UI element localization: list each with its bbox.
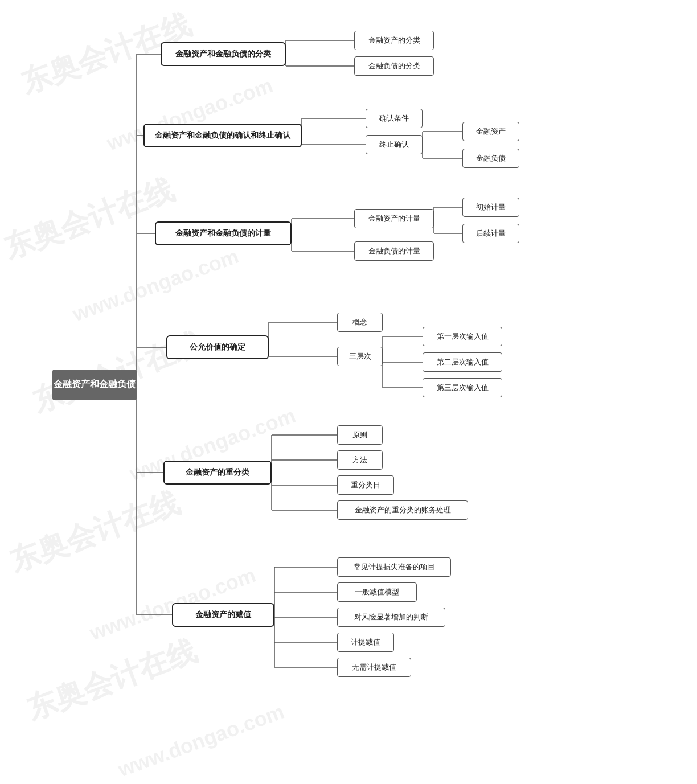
b3c1-label: 金融资产的计量 [368,214,420,224]
b6c1-label: 常见计提损失准备的项目 [354,562,435,572]
branch-6-child-2: 一般减值模型 [337,582,417,602]
root-label: 金融资产和金融负债 [54,379,136,391]
main-container: 东奥会计在线 www.dongao.com 东奥会计在线 www.dongao.… [0,0,697,784]
branch-3-label: 金融资产和金融负债的计量 [175,228,271,239]
branch-4-child-1: 概念 [337,313,383,332]
branch-4-gc-1: 第一层次输入值 [423,327,502,346]
branch-3-child-2: 金融负债的计量 [354,241,434,261]
b6c5-label: 无需计提减值 [352,662,396,672]
branch-2: 金融资产和金融负债的确认和终止确认 [144,124,302,147]
branch-4: 公允价值的确定 [166,335,269,359]
branch-1: 金融资产和金融负债的分类 [161,42,286,66]
mindmap: 金融资产和金融负债 金融资产和金融负债的分类 金融资产的分类 金融负债的分类 金… [35,11,662,774]
root-node: 金融资产和金融负债 [52,370,137,400]
b4gc2-label: 第二层次输入值 [437,357,489,367]
b3gc2-label: 后续计量 [476,228,506,239]
branch-3-child-1: 金融资产的计量 [354,209,434,228]
branch-4-gc-3: 第三层次输入值 [423,378,502,397]
branch-5: 金融资产的重分类 [163,461,272,485]
branch-6-child-5: 无需计提减值 [337,658,411,677]
branch-6-label: 金融资产的减值 [195,610,251,620]
branch-2-child-1: 确认条件 [366,109,423,128]
branch-6: 金融资产的减值 [172,603,274,627]
b2c2-label: 终止确认 [379,139,409,150]
b4gc1-label: 第一层次输入值 [437,331,489,342]
branch-5-child-4: 金融资产的重分类的账务处理 [337,500,468,520]
branch-5-child-1: 原则 [337,425,383,445]
b2gc2-label: 金融负债 [476,153,506,163]
b6c4-label: 计提减值 [351,637,380,647]
b1c1-label: 金融资产的分类 [368,35,420,46]
branch-6-child-4: 计提减值 [337,633,394,652]
branch-4-label: 公允价值的确定 [190,342,245,352]
branch-5-child-3: 重分类日 [337,475,394,495]
b1c2-label: 金融负债的分类 [368,61,420,71]
branch-4-child-2: 三层次 [337,347,383,366]
b3c2-label: 金融负债的计量 [368,246,420,256]
b4gc3-label: 第三层次输入值 [437,383,489,393]
b4c1-label: 概念 [352,317,367,327]
b5c1-label: 原则 [352,430,367,440]
branch-3-gc-2: 后续计量 [462,224,519,243]
branch-4-gc-2: 第二层次输入值 [423,352,502,372]
b5c2-label: 方法 [352,455,367,465]
branch-1-label: 金融资产和金融负债的分类 [175,49,271,59]
b6c3-label: 对风险显著增加的判断 [354,612,428,622]
b2gc1-label: 金融资产 [476,126,506,137]
branch-2-gc-1: 金融资产 [462,122,519,141]
branch-2-label: 金融资产和金融负债的确认和终止确认 [155,130,290,141]
branch-1-child-2: 金融负债的分类 [354,56,434,76]
b3gc1-label: 初始计量 [476,202,506,212]
branch-1-child-1: 金融资产的分类 [354,31,434,50]
branch-3-gc-1: 初始计量 [462,198,519,217]
branch-5-label: 金融资产的重分类 [186,467,249,478]
branch-6-child-3: 对风险显著增加的判断 [337,608,445,627]
branch-2-gc-2: 金融负债 [462,149,519,168]
branch-5-child-2: 方法 [337,450,383,470]
branch-2-child-2: 终止确认 [366,135,423,154]
b4c2-label: 三层次 [349,351,371,362]
b2c1-label: 确认条件 [379,113,409,124]
branch-6-child-1: 常见计提损失准备的项目 [337,557,451,577]
b5c3-label: 重分类日 [351,480,380,490]
b6c2-label: 一般减值模型 [355,587,399,597]
branch-3: 金融资产和金融负债的计量 [155,221,292,245]
b5c4-label: 金融资产的重分类的账务处理 [355,505,451,515]
